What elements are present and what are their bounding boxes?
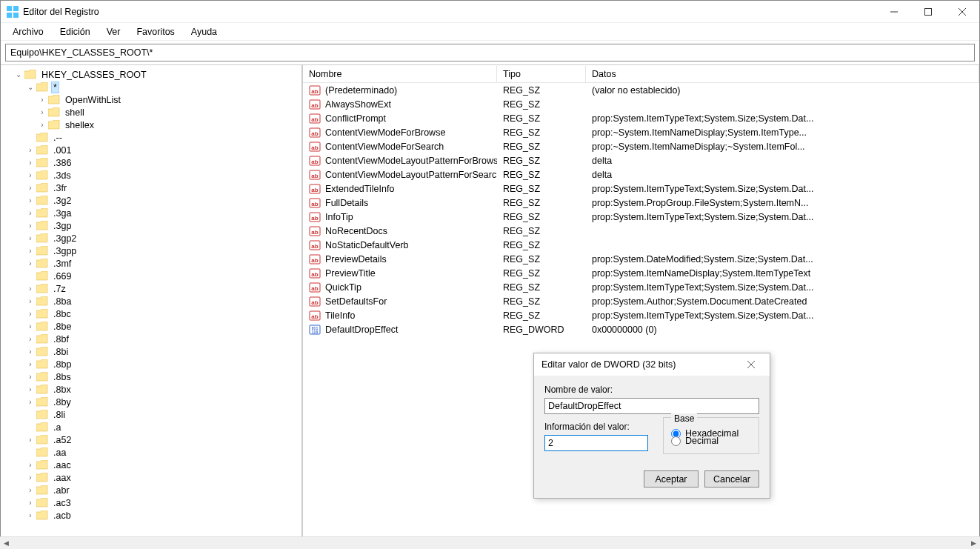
expand-icon[interactable]: › [24, 222, 36, 230]
tree-item[interactable]: ›.8bx [1, 383, 301, 396]
menu-archivo[interactable]: Archivo [5, 25, 51, 39]
tree-item[interactable]: ›.3g2 [1, 194, 301, 207]
expand-icon[interactable]: › [24, 335, 36, 343]
value-row[interactable]: abPreviewTitleREG_SZprop:System.ItemName… [303, 266, 979, 280]
horizontal-scrollbar[interactable]: ◀ ▶ [0, 536, 980, 549]
tree-item[interactable]: ⌄HKEY_CLASSES_ROOT [1, 68, 301, 81]
expand-icon[interactable]: › [24, 398, 36, 406]
tree-item[interactable]: ›.8bf [1, 333, 301, 345]
value-row[interactable]: abContentViewModeLayoutPatternForBrowseR… [303, 153, 979, 167]
expand-icon[interactable]: › [24, 196, 36, 204]
tree-item[interactable]: ›shellex [1, 119, 301, 131]
expand-icon[interactable]: › [24, 499, 36, 507]
tree-item[interactable]: ›.ac3 [1, 496, 301, 509]
tree-pane[interactable]: ⌄HKEY_CLASSES_ROOT⌄*›OpenWithList›shell›… [1, 65, 303, 548]
cancel-button[interactable]: Cancelar [704, 470, 759, 488]
expand-icon[interactable]: › [24, 297, 36, 305]
expand-icon[interactable]: › [24, 373, 36, 381]
expand-icon[interactable]: › [24, 285, 36, 293]
tree-item[interactable]: ›.3fr [1, 182, 301, 194]
tree-item[interactable]: ›OpenWithList [1, 93, 301, 106]
ok-button[interactable]: Aceptar [644, 470, 699, 488]
tree-item[interactable]: ›.3mf [1, 257, 301, 270]
tree-item[interactable]: ›.7z [1, 282, 301, 295]
tree-item[interactable]: ›.3ga [1, 207, 301, 219]
menu-favoritos[interactable]: Favoritos [129, 25, 181, 39]
expand-icon[interactable]: › [24, 461, 36, 469]
value-row[interactable]: abAlwaysShowExtREG_SZ [303, 97, 979, 111]
scroll-right-icon[interactable]: ▶ [967, 537, 980, 550]
close-button[interactable] [945, 1, 979, 23]
tree-item[interactable]: ›.3gp [1, 219, 301, 232]
value-name-input[interactable] [544, 398, 759, 414]
tree-item[interactable]: .-- [1, 131, 301, 144]
dialog-close-button[interactable] [740, 353, 762, 376]
value-row[interactable]: ab(Predeterminado)REG_SZ(valor no establ… [303, 83, 979, 97]
tree-item[interactable]: ›.3gpp [1, 244, 301, 257]
expand-icon[interactable]: › [24, 347, 36, 356]
value-row[interactable]: abConflictPromptREG_SZprop:System.ItemTy… [303, 111, 979, 125]
tree-item[interactable]: .8li [1, 408, 301, 421]
expand-icon[interactable]: › [24, 360, 36, 368]
list-header[interactable]: Nombre Tipo Datos [303, 65, 979, 83]
value-row[interactable]: 011110DefaultDropEffectREG_DWORD0x000000… [303, 322, 979, 336]
minimize-button[interactable] [877, 1, 911, 23]
tree-item[interactable]: ›shell [1, 106, 301, 119]
value-data-input[interactable] [544, 435, 648, 451]
address-bar[interactable]: Equipo\HKEY_CLASSES_ROOT\* [5, 44, 975, 61]
expand-icon[interactable]: › [24, 385, 36, 393]
tree-item[interactable]: ›.8be [1, 320, 301, 333]
expand-icon[interactable]: › [24, 486, 36, 494]
maximize-button[interactable] [911, 1, 945, 23]
tree-item[interactable]: ›.8bi [1, 345, 301, 358]
value-row[interactable]: abNoRecentDocsREG_SZ [303, 224, 979, 238]
tree-item[interactable]: .669 [1, 270, 301, 282]
tree-item[interactable]: ⌄* [1, 81, 301, 93]
value-row[interactable]: abInfoTipREG_SZprop:System.ItemTypeText;… [303, 210, 979, 224]
expand-icon[interactable]: › [24, 146, 36, 154]
tree-item[interactable]: ›.acb [1, 509, 301, 522]
expand-icon[interactable]: › [36, 96, 48, 104]
expand-icon[interactable]: › [24, 171, 36, 179]
value-row[interactable]: abNoStaticDefaultVerbREG_SZ [303, 238, 979, 252]
expand-icon[interactable]: › [24, 184, 36, 192]
value-row[interactable]: abContentViewModeForBrowseREG_SZprop:~Sy… [303, 125, 979, 139]
radio-dec-input[interactable] [671, 436, 681, 446]
tree-item[interactable]: ›.001 [1, 144, 301, 156]
value-row[interactable]: abContentViewModeLayoutPatternForSearchR… [303, 167, 979, 182]
value-row[interactable]: abQuickTipREG_SZprop:System.ItemTypeText… [303, 280, 979, 294]
tree-item[interactable]: ›.abr [1, 484, 301, 496]
tree-item[interactable]: ›.a52 [1, 433, 301, 446]
menu-edicion[interactable]: Edición [53, 25, 98, 39]
tree-item[interactable]: ›.3gp2 [1, 232, 301, 244]
col-data[interactable]: Datos [586, 66, 979, 82]
collapse-icon[interactable]: ⌄ [24, 83, 36, 91]
expand-icon[interactable]: › [24, 436, 36, 444]
tree-item[interactable]: ›.8bc [1, 307, 301, 320]
tree-item[interactable]: ›.8bs [1, 370, 301, 383]
tree-item[interactable]: .aa [1, 446, 301, 459]
expand-icon[interactable]: › [36, 121, 48, 129]
tree-item[interactable]: ›.8by [1, 396, 301, 408]
value-row[interactable]: abExtendedTileInfoREG_SZprop:System.Item… [303, 182, 979, 196]
dialog-titlebar[interactable]: Editar valor de DWORD (32 bits) [534, 353, 770, 376]
tree-item[interactable]: ›.8ba [1, 295, 301, 307]
value-row[interactable]: abSetDefaultsForREG_SZprop:System.Author… [303, 294, 979, 308]
expand-icon[interactable]: › [36, 108, 48, 116]
titlebar[interactable]: Editor del Registro [1, 1, 979, 23]
col-type[interactable]: Tipo [497, 66, 586, 82]
expand-icon[interactable]: › [24, 247, 36, 255]
menu-ver[interactable]: Ver [99, 25, 128, 39]
expand-icon[interactable]: › [24, 259, 36, 267]
value-row[interactable]: abContentViewModeForSearchREG_SZprop:~Sy… [303, 139, 979, 153]
expand-icon[interactable]: › [24, 511, 36, 519]
scroll-left-icon[interactable]: ◀ [0, 537, 13, 550]
collapse-icon[interactable]: ⌄ [13, 70, 24, 79]
tree-item[interactable]: ›.3ds [1, 169, 301, 182]
tree-item[interactable]: ›.aax [1, 471, 301, 484]
expand-icon[interactable]: › [24, 473, 36, 482]
expand-icon[interactable]: › [24, 310, 36, 318]
tree-item[interactable]: .a [1, 421, 301, 433]
expand-icon[interactable]: › [24, 234, 36, 242]
col-name[interactable]: Nombre [303, 66, 497, 82]
